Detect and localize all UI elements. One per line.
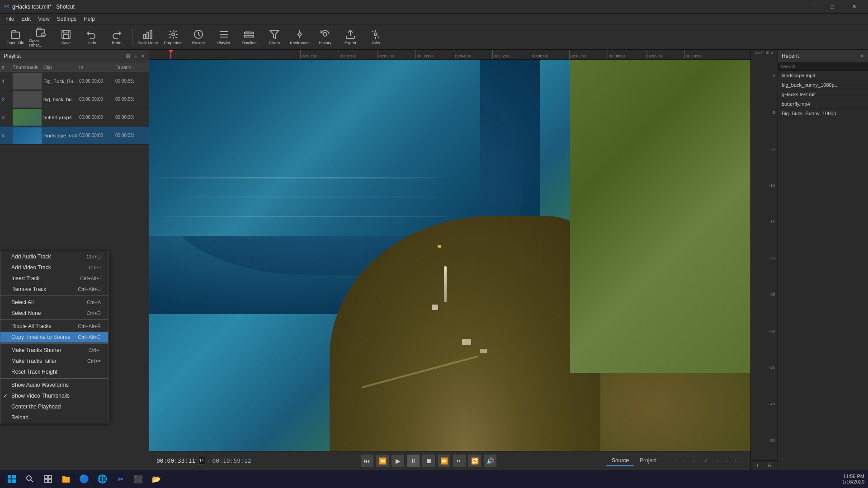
- ctx-show-waveforms[interactable]: Show Audio Waveforms: [0, 380, 108, 390]
- ctx-select-all[interactable]: Select All Ctrl+A: [0, 297, 108, 308]
- ctx-reset-track-height[interactable]: Reset Track Height: [0, 366, 108, 377]
- recent-close-icon[interactable]: ✕: [860, 53, 864, 59]
- ctx-copy-timeline[interactable]: Copy Timeline to Source Ctrl+Alt+C: [0, 332, 108, 343]
- menu-file[interactable]: File: [2, 15, 18, 23]
- tab-source[interactable]: Source: [606, 455, 634, 466]
- recent-item-4[interactable]: butterfly.mp4: [778, 99, 868, 109]
- tab-project[interactable]: Project: [634, 455, 662, 466]
- timeline-button[interactable]: Timeline: [237, 26, 261, 48]
- open-other-button[interactable]: ... Open Other...: [29, 26, 52, 48]
- menu-settings[interactable]: Settings: [53, 15, 80, 23]
- fast-forward-button[interactable]: ⏩: [438, 455, 450, 467]
- start-button[interactable]: [4, 471, 20, 487]
- recent-button[interactable]: Recent: [187, 26, 210, 48]
- ctx-add-audio-track[interactable]: Add Audio Track Ctrl+U: [0, 251, 108, 262]
- ctx-select-all-shortcut: Ctrl+A: [87, 300, 101, 305]
- filters-button[interactable]: Filters: [263, 26, 286, 48]
- taskbar: 🔵 🌐 ✂ ⬛ 📂 11:56 PM 1/16/2020: [0, 470, 868, 488]
- export-button[interactable]: Export: [339, 26, 362, 48]
- meter-scale: 3 0 -5 -10 -15 -20 -25 -30 -35 -40 -50: [751, 56, 778, 460]
- ctx-tracks-taller[interactable]: Make Tracks Taller Ctrl+=: [0, 356, 108, 366]
- taskbar-task-view[interactable]: [40, 471, 56, 487]
- meter-val--10: -10: [769, 183, 775, 188]
- ctx-select-none[interactable]: Select None Ctrl+D: [0, 308, 108, 319]
- recent-search-input[interactable]: [778, 62, 868, 71]
- menu-view[interactable]: View: [34, 15, 53, 23]
- recent-item-3[interactable]: gHacks test.mlt: [778, 90, 868, 99]
- ctx-ripple-all[interactable]: Ripple All Tracks Ctrl+Alt+R: [0, 321, 108, 332]
- play-button[interactable]: ▶: [392, 455, 404, 467]
- svg-rect-0: [11, 32, 19, 38]
- taskbar-app8[interactable]: 📂: [148, 471, 165, 487]
- loop-button[interactable]: 🔁: [468, 455, 481, 467]
- taskbar-shotcut[interactable]: ✂: [112, 471, 128, 487]
- skip-start-button[interactable]: ⏮: [361, 455, 373, 467]
- titlebar-controls[interactable]: − □ ✕: [800, 0, 864, 14]
- playlist-item-1[interactable]: 1 Big_Buck_Bunny_1080p.avi 00:00:00:00 0…: [0, 72, 149, 90]
- playlist-item-3[interactable]: 3 butterfly.mp4 00:00:00:00 00:00:30:: [0, 108, 149, 127]
- item-thumb-3: [13, 109, 42, 126]
- playlist-header: Playlist ⊞ ≡ ✕: [0, 50, 149, 62]
- jobs-button[interactable]: Jobs: [364, 26, 387, 48]
- playlist-close-icon[interactable]: ✕: [141, 53, 145, 59]
- ruler-mark-9: 00:09:00: [646, 50, 684, 59]
- peak-meter-button[interactable]: Peak Meter: [136, 26, 160, 48]
- filters-label: Filters: [269, 41, 280, 45]
- maximize-button[interactable]: □: [822, 0, 843, 14]
- rewind-button[interactable]: ⏪: [376, 455, 389, 467]
- menu-edit[interactable]: Edit: [18, 15, 34, 23]
- redo-label: Redo: [112, 41, 122, 45]
- skip-end-button[interactable]: ⏭: [453, 455, 466, 467]
- undo-button[interactable]: Undo: [80, 26, 103, 48]
- ctx-reload-label: Reload: [11, 414, 28, 421]
- keyframes-button[interactable]: Keyframes: [288, 26, 311, 48]
- minimize-button[interactable]: −: [800, 0, 821, 14]
- properties-button[interactable]: Properties: [161, 26, 185, 48]
- menu-help[interactable]: Help: [80, 15, 99, 23]
- svg-rect-15: [245, 32, 254, 34]
- taskbar-app7[interactable]: ⬛: [130, 471, 146, 487]
- redo-button[interactable]: Redo: [105, 26, 128, 48]
- playlist-grid-icon[interactable]: ⊞: [126, 53, 130, 59]
- video-frame: [149, 60, 750, 451]
- timeline-label: Timeline: [241, 41, 257, 45]
- playlist-button[interactable]: Playlist: [212, 26, 236, 48]
- ctx-remove-track[interactable]: Remove Track Ctrl+Alt+U: [0, 284, 108, 295]
- taskbar-edge[interactable]: 🌐: [94, 471, 110, 487]
- ctx-show-thumbnails[interactable]: ✓ Show Video Thumbnails: [0, 390, 108, 401]
- stop-button[interactable]: ⏹: [422, 455, 435, 467]
- recent-item-2[interactable]: big_buck_bunny_1080p...: [778, 80, 868, 90]
- menu-bar: File Edit View Settings Help: [0, 14, 868, 24]
- ctx-separator-2: [0, 319, 108, 320]
- recent-item-1[interactable]: landscape.mp4: [778, 71, 868, 80]
- open-file-button[interactable]: Open File: [4, 26, 27, 48]
- taskbar-chrome[interactable]: 🔵: [76, 471, 92, 487]
- ruler-mark-0: 00:00:00: [300, 50, 339, 59]
- playlist-list-icon[interactable]: ≡: [134, 53, 137, 59]
- ctx-insert-track[interactable]: Insert Track Ctrl+Alt+I: [0, 273, 108, 284]
- close-button[interactable]: ✕: [844, 0, 864, 14]
- svg-rect-20: [298, 32, 302, 36]
- ctx-tracks-shorter-label: Make Tracks Shorter: [11, 347, 61, 353]
- ctx-tracks-shorter[interactable]: Make Tracks Shorter Ctrl+-: [0, 345, 108, 356]
- ctx-select-none-label: Select None: [11, 310, 41, 316]
- volume-button[interactable]: 🔊: [484, 455, 496, 467]
- ctx-select-all-label: Select All: [11, 299, 33, 305]
- save-button[interactable]: Save: [54, 26, 78, 48]
- clock-widget[interactable]: 11:56 PM 1/16/2020: [842, 474, 864, 484]
- item-num-1: 1: [2, 79, 13, 84]
- item-dur-3: 00:00:30:: [115, 115, 147, 120]
- playlist-item-2[interactable]: 2 big_buck_bunny_1080p_h264.mov 00:00:00…: [0, 90, 149, 108]
- pause-button[interactable]: ⏸: [407, 455, 420, 467]
- playlist-item-4[interactable]: 4 landscape.mp4 00:00:00:00 00:00:32:: [0, 127, 149, 145]
- ctx-reload[interactable]: Reload: [0, 412, 108, 423]
- ctx-add-video-track[interactable]: Add Video Track Ctrl+I: [0, 262, 108, 273]
- playlist-title: Playlist: [4, 53, 21, 59]
- history-button[interactable]: History: [313, 26, 337, 48]
- taskbar-search[interactable]: [22, 471, 38, 487]
- taskbar-file-explorer[interactable]: [58, 471, 74, 487]
- ctx-center-playhead[interactable]: Center the Playhead: [0, 401, 108, 412]
- frame-input[interactable]: [198, 457, 205, 465]
- recent-item-5[interactable]: Big_Buck_Bunny_1080p...: [778, 109, 868, 118]
- ctx-ripple-all-label: Ripple All Tracks: [11, 323, 52, 329]
